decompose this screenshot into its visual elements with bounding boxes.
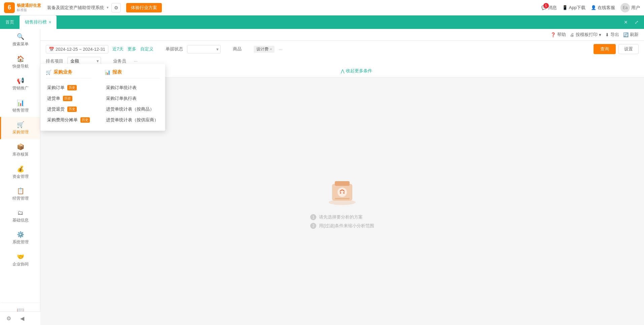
- header-right: 💬 5 消息 📱 App下载 👤 在线客服 Ea 用户: [541, 3, 640, 12]
- goods-tag-close[interactable]: ×: [270, 47, 272, 51]
- service-icon: 👤: [591, 5, 596, 10]
- help-icon: ❓: [550, 32, 556, 37]
- tip-num-1: 1: [310, 214, 316, 220]
- logo-icon: 6: [4, 2, 15, 13]
- sidebar-label-sys-mgmt: 系统管理: [12, 240, 29, 245]
- sidebar-item-base-info[interactable]: 🗂 基础信息: [0, 205, 40, 227]
- sidebar-item-inventory[interactable]: 📦 库存核算: [0, 139, 40, 161]
- operations-icon: 📋: [17, 187, 24, 195]
- tab-bar: 首页 销售排行榜 × ✕ ⤢: [0, 15, 644, 29]
- collapse-btn[interactable]: ⋀ 收起更多条件: [341, 68, 372, 74]
- search-action-area: 查询 设置: [594, 44, 639, 54]
- sidebar-item-operations[interactable]: 📋 经营管理: [0, 183, 40, 205]
- print-btn[interactable]: 🖨 按模板打印 ▾: [570, 32, 601, 38]
- notification-item[interactable]: 💬 5 消息: [541, 5, 557, 11]
- logo-text-area: 畅捷通好生意 标准版: [17, 3, 41, 12]
- sidebar-item-search-menu[interactable]: 🔍 搜索菜单: [0, 29, 40, 51]
- empty-illustration: [322, 174, 362, 207]
- system-title-dropdown-icon[interactable]: ▾: [107, 5, 109, 10]
- calendar-icon: 📅: [49, 47, 54, 52]
- notification-icon-wrap: 💬 5: [541, 5, 547, 10]
- notification-label: 消息: [548, 5, 557, 11]
- export-icon: ⬇: [605, 32, 609, 37]
- sidebar-item-enterprise[interactable]: 🤝 企业协同: [0, 249, 40, 271]
- more-dates-link[interactable]: 更多: [128, 46, 136, 52]
- logo-sub-text: 标准版: [17, 8, 41, 12]
- goods-label: 商品: [233, 46, 250, 52]
- svg-point-4: [340, 192, 341, 194]
- refresh-btn[interactable]: 🔄 刷新: [623, 32, 639, 38]
- tab-close-all-btn[interactable]: ✕: [621, 17, 631, 27]
- sys-mgmt-icon: ⚙️: [17, 231, 24, 238]
- search-icon: 🔍: [17, 33, 24, 40]
- sidebar-label-quick-nav: 快捷导航: [12, 64, 29, 69]
- export-label: 导出: [610, 32, 619, 38]
- empty-tip-1: 1 请先选择要分析的方案: [310, 214, 374, 220]
- bottom-settings-btn[interactable]: ⚙: [4, 314, 13, 323]
- settings-btn[interactable]: 设置: [618, 44, 639, 54]
- sidebar-item-purchase[interactable]: 🛒 采购管理: [0, 117, 40, 139]
- logo-area: 6 畅捷通好生意 标准版: [4, 2, 44, 13]
- goods-tag: 设计费 ×: [254, 46, 275, 53]
- sales-icon: 📊: [17, 99, 24, 107]
- base-info-icon: 🗂: [17, 209, 24, 216]
- logo-symbol: 6: [8, 4, 11, 11]
- export-btn[interactable]: ⬇ 导出: [605, 32, 619, 38]
- date-range-picker[interactable]: 📅 2024-12-25 ~ 2024-12-31: [46, 45, 108, 53]
- help-btn[interactable]: ❓ 帮助: [550, 32, 566, 38]
- tab-home[interactable]: 首页: [0, 15, 20, 29]
- doc-status-label: 单据状态: [166, 46, 183, 52]
- industry-btn[interactable]: 体验行业方案: [126, 3, 162, 12]
- bottom-collapse-btn[interactable]: ◀: [17, 314, 27, 323]
- sidebar-label-operations: 经营管理: [12, 196, 29, 201]
- sidebar-label-finance: 资金管理: [12, 174, 29, 179]
- sidebar-item-sales[interactable]: 📊 销售管理: [0, 95, 40, 117]
- sidebar-label-base-info: 基础信息: [12, 218, 29, 223]
- sidebar-item-quick-nav[interactable]: 🏠 快捷导航: [0, 51, 40, 73]
- sidebar-item-marketing[interactable]: 📢 营销推广: [0, 73, 40, 95]
- goods-more-btn[interactable]: ···: [279, 47, 282, 52]
- user-item[interactable]: Ea 用户: [620, 3, 640, 12]
- sidebar-label-purchase: 采购管理: [12, 130, 29, 135]
- sidebar-item-sys-mgmt[interactable]: ⚙️ 系统管理: [0, 227, 40, 249]
- logo-main-text: 畅捷通好生意: [17, 3, 41, 8]
- tab-home-label: 首页: [5, 19, 14, 25]
- days-7-link[interactable]: 近7天: [112, 46, 123, 52]
- custom-dates-link[interactable]: 自定义: [140, 46, 153, 52]
- app-download-item[interactable]: 📱 App下载: [562, 5, 585, 11]
- tab-sales-ranking[interactable]: 销售排行榜 ×: [20, 15, 57, 29]
- tab-sales-ranking-close[interactable]: ×: [49, 20, 51, 25]
- sidebar-label-sales: 销售管理: [12, 108, 29, 113]
- doc-status-select[interactable]: [187, 45, 221, 53]
- refresh-icon: 🔄: [623, 32, 629, 37]
- marketing-icon: 📢: [17, 77, 24, 84]
- sidebar-item-finance[interactable]: 💰 资金管理: [0, 161, 40, 184]
- purchase-icon: 🛒: [17, 121, 24, 128]
- rank-label: 排名项目: [46, 58, 63, 64]
- collapse-icon: ⋀: [341, 69, 345, 74]
- print-dropdown-icon[interactable]: ▾: [599, 32, 601, 37]
- bottom-bar: ⚙ ◀: [0, 312, 40, 325]
- phone-icon: 📱: [562, 5, 568, 10]
- online-service-label: 在线客服: [598, 5, 615, 11]
- collapse-label: 收起更多条件: [346, 68, 372, 74]
- sidebar-label-enterprise: 企业协同: [12, 262, 29, 267]
- system-title-area: 装备及固定资产辅助管理系统 ▾ ⚙ 体验行业方案: [47, 3, 162, 12]
- gear-button[interactable]: ⚙: [111, 3, 121, 12]
- salesperson-more-btn[interactable]: ···: [134, 58, 138, 64]
- main-layout: 🔍 搜索菜单 🏠 快捷导航 📢 营销推广 📊 销售管理 🛒 采购管理 📦 库存核…: [0, 29, 644, 325]
- tab-fullscreen-btn[interactable]: ⤢: [632, 17, 641, 27]
- notification-badge: 5: [543, 3, 549, 8]
- system-title: 装备及固定资产辅助管理系统: [47, 5, 104, 11]
- filter-row-1: 📅 2024-12-25 ~ 2024-12-31 近7天 更多 自定义 单据状…: [46, 44, 639, 54]
- search-btn[interactable]: 查询: [594, 44, 616, 54]
- salesperson-label: 业务员: [113, 58, 130, 64]
- empty-tip-2: 2 用[过滤]条件来缩小分析范围: [310, 223, 374, 229]
- user-label: 用户: [631, 5, 640, 11]
- empty-tips: 1 请先选择要分析的方案 2 用[过滤]条件来缩小分析范围: [310, 214, 374, 229]
- top-header: 6 畅捷通好生意 标准版 装备及固定资产辅助管理系统 ▾ ⚙ 体验行业方案 💬 …: [0, 0, 644, 15]
- avatar: Ea: [620, 3, 630, 12]
- toolbar: ❓ 帮助 🖨 按模板打印 ▾ ⬇ 导出 🔄 刷新: [40, 29, 644, 41]
- tab-sales-ranking-label: 销售排行榜: [25, 19, 47, 25]
- online-service-item[interactable]: 👤 在线客服: [591, 5, 615, 11]
